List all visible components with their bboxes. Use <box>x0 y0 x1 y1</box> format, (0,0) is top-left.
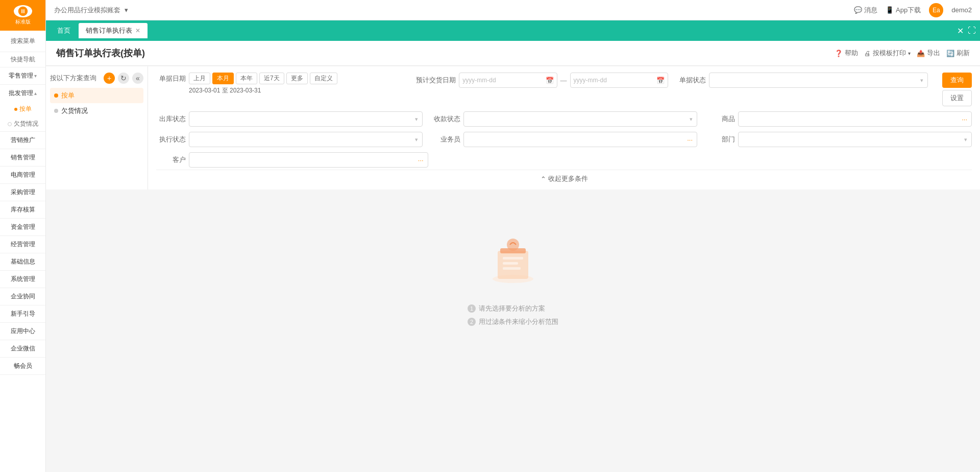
content-area: 销售订单执行表(按单) ❓ 帮助 🖨 按模板打印 ▾ 📤 导出 🔄 刷新 <box>46 41 980 472</box>
breadcrumb-text: 办公用品行业模拟账套 <box>54 6 120 15</box>
exec-status-select[interactable]: ▾ <box>189 132 423 147</box>
sidebar-item-purchase[interactable]: 采购管理 <box>0 184 45 201</box>
add-plan-btn[interactable]: + <box>104 73 115 84</box>
quick-nav[interactable]: 快捷导航 <box>0 52 45 67</box>
bill-status-select[interactable]: ▾ <box>709 73 928 88</box>
sidebar-item-basic[interactable]: 基础信息 <box>0 253 45 271</box>
stock-status-item: 出库状态 ▾ <box>156 111 423 127</box>
expand-window-btn[interactable]: ⛶ <box>968 26 976 35</box>
main-area: 办公用品行业模拟账套 ▾ 💬 消息 📱 App下载 Ea demo2 首页 销售… <box>46 0 980 472</box>
logo-icon <box>14 5 32 17</box>
collapse-panel-btn[interactable]: « <box>132 73 143 84</box>
empty-illustration <box>482 230 544 292</box>
page-actions: ❓ 帮助 🖨 按模板打印 ▾ 📤 导出 🔄 刷新 <box>835 49 970 58</box>
user-avatar[interactable]: Ea <box>929 3 943 17</box>
sidebar-item-bysingle[interactable]: 按单 <box>0 102 45 116</box>
sidebar-logo: 标准版 <box>0 0 45 31</box>
print-icon: 🖨 <box>864 50 871 57</box>
sidebar-item-inventory[interactable]: 库存核算 <box>0 201 45 219</box>
sidebar-item-vip[interactable]: 畅会员 <box>0 358 45 375</box>
department-label: 部门 <box>705 135 735 144</box>
expected-date-from[interactable]: yyyy-mm-dd 📅 <box>459 73 557 88</box>
sidebar-item-newbie[interactable]: 新手引导 <box>0 305 45 323</box>
filter-plan-panel: 按以下方案查询 + ↻ « 按单 欠货情况 <box>46 66 148 190</box>
date-sep-icon: — <box>560 77 567 84</box>
last-month-btn[interactable]: 上月 <box>189 73 210 84</box>
username-label[interactable]: demo2 <box>951 6 972 14</box>
sidebar-item-ecommerce[interactable]: 电商管理 <box>0 167 45 184</box>
from-placeholder: yyyy-mm-dd <box>462 77 496 84</box>
this-year-btn[interactable]: 本年 <box>236 73 257 84</box>
sidebar-item-sales[interactable]: 销售管理 <box>0 149 45 167</box>
phone-icon: 📱 <box>886 6 894 14</box>
settings-btn[interactable]: 设置 <box>942 90 972 106</box>
tab-close-icon[interactable]: ✕ <box>135 27 140 34</box>
refresh-plan-btn[interactable]: ↻ <box>118 73 129 84</box>
sidebar-item-operations[interactable]: 经营管理 <box>0 236 45 253</box>
salesperson-item: 业务员 ··· <box>431 132 697 147</box>
sidebar-item-apps[interactable]: 应用中心 <box>0 323 45 340</box>
goods-more-icon[interactable]: ··· <box>962 115 967 123</box>
tab-sales-order[interactable]: 销售订单执行表 ✕ <box>79 23 148 38</box>
app-download-btn[interactable]: 📱 App下载 <box>886 6 921 15</box>
sidebar-item-marketing[interactable]: 营销推广 <box>0 132 45 149</box>
receipt-status-chevron-icon: ▾ <box>690 116 693 123</box>
stock-status-select[interactable]: ▾ <box>189 111 423 127</box>
salesperson-input[interactable]: ··· <box>463 132 697 147</box>
help-btn[interactable]: ❓ 帮助 <box>835 49 858 58</box>
sidebar-search-section[interactable]: 搜索菜单 <box>0 31 45 52</box>
plan-dot-icon-gray <box>54 109 58 113</box>
sidebar-group-retail: 零售管理 <box>0 67 45 85</box>
department-select[interactable]: ▾ <box>738 132 972 147</box>
collapse-filter-btn[interactable]: ⌃ 收起更多条件 <box>156 170 972 187</box>
sidebar-item-retail[interactable]: 零售管理 <box>0 67 45 84</box>
expected-date-to[interactable]: yyyy-mm-dd 📅 <box>570 73 668 88</box>
customer-label: 客户 <box>156 155 186 164</box>
salesperson-more-icon[interactable]: ··· <box>687 136 693 144</box>
sidebar-item-finance[interactable]: 资金管理 <box>0 219 45 236</box>
goods-input[interactable]: ··· <box>738 111 972 127</box>
exec-status-chevron-icon: ▾ <box>415 136 418 143</box>
refresh-btn[interactable]: 🔄 刷新 <box>946 49 970 58</box>
department-chevron-icon: ▾ <box>964 136 967 143</box>
message-btn[interactable]: 💬 消息 <box>854 6 877 15</box>
plan-label: 按单 <box>61 91 75 100</box>
filter-row-2: 出库状态 ▾ 收款状态 ▾ <box>156 111 972 127</box>
sidebar-item-enterprise-wechat[interactable]: 企业微信 <box>0 340 45 358</box>
customer-input[interactable]: ··· <box>189 152 428 168</box>
collapse-filter-label: 收起更多条件 <box>548 174 588 183</box>
close-window-btn[interactable]: ✕ <box>957 26 964 36</box>
page-title: 销售订单执行表(按单) <box>56 47 145 59</box>
sidebar-item-cooperation[interactable]: 企业协同 <box>0 288 45 305</box>
receipt-status-item: 收款状态 ▾ <box>431 111 697 127</box>
this-month-btn[interactable]: 本月 <box>212 73 234 84</box>
filter-inner: 按以下方案查询 + ↻ « 按单 欠货情况 <box>46 66 980 190</box>
salesperson-label: 业务员 <box>431 135 460 144</box>
help-icon: ❓ <box>835 50 843 57</box>
circle-icon <box>8 122 12 126</box>
breadcrumb-dropdown-icon[interactable]: ▾ <box>125 6 128 14</box>
goods-item: 商品 ··· <box>705 111 972 127</box>
search-menu-label[interactable]: 搜索菜单 <box>5 35 40 48</box>
empty-state: 1 请先选择要分析的方案 2 用过滤条件来缩小分析范围 <box>46 190 980 369</box>
sidebar-item-wholesale[interactable]: 批发管理 <box>0 85 45 102</box>
refresh-icon: 🔄 <box>946 50 954 57</box>
sidebar-item-debts[interactable]: 欠货情况 <box>0 116 45 131</box>
print-template-btn[interactable]: 🖨 按模板打印 ▾ <box>864 49 911 58</box>
filter-row-3: 执行状态 ▾ 业务员 ··· <box>156 132 972 147</box>
customer-more-icon[interactable]: ··· <box>418 156 424 164</box>
sidebar: 标准版 搜索菜单 快捷导航 零售管理 批发管理 按单 欠货情况 营销推广 <box>0 0 46 472</box>
tab-home[interactable]: 首页 <box>50 23 78 38</box>
last7-btn[interactable]: 近7天 <box>259 73 284 84</box>
query-btn[interactable]: 查询 <box>942 73 972 88</box>
plan-item-debt[interactable]: 欠货情况 <box>50 103 143 119</box>
custom-btn[interactable]: 自定义 <box>310 73 337 84</box>
sidebar-item-system[interactable]: 系统管理 <box>0 271 45 288</box>
more-btn[interactable]: 更多 <box>286 73 308 84</box>
expected-date-label: 预计交货日期 <box>416 76 456 85</box>
bill-status-chevron-icon: ▾ <box>920 77 923 84</box>
receipt-status-select[interactable]: ▾ <box>463 111 697 127</box>
export-btn[interactable]: 📤 导出 <box>917 49 940 58</box>
plan-item-single[interactable]: 按单 <box>50 88 143 103</box>
calendar-icon-to: 📅 <box>656 77 665 84</box>
